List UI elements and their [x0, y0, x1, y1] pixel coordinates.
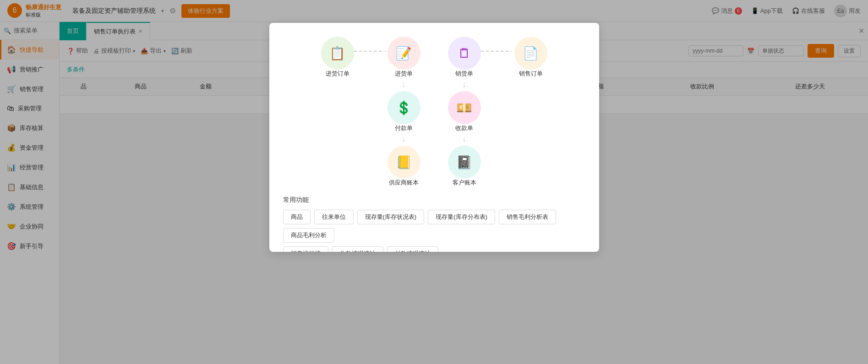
arrow-down-receipt: ↓: [462, 80, 466, 89]
customer-ledger-node[interactable]: 📓: [448, 146, 481, 179]
popup-content: 📋 进货订单 → 📝: [269, 23, 599, 252]
func-btn-stock-status[interactable]: 现存量(库存状况表): [357, 210, 425, 224]
purchase-order-icon: 📋: [329, 46, 345, 61]
sale-bill-icon: 🗒: [458, 46, 471, 61]
func-btn-stock-dist[interactable]: 现存量(库存分布表): [428, 210, 495, 224]
flow-popup: 📋 进货订单 → 📝: [269, 23, 599, 252]
payment-icon: 💲: [396, 100, 412, 115]
supplier-ledger-icon: 📒: [396, 155, 412, 170]
func-btn-product[interactable]: 商品: [283, 210, 311, 224]
supplier-ledger-node[interactable]: 📒: [388, 146, 420, 179]
func-btns-row1: 商品 往来单位 现存量(库存状况表) 现存量(库存分布表) 销售毛利分析表 商品…: [283, 210, 585, 243]
receipt-label: 收款单: [455, 124, 473, 132]
receipt-node[interactable]: 💴: [448, 91, 481, 124]
flow-col-purchase-bill: 📝 进货单 ↓ 💲 付款单 ↓ 📒: [388, 37, 420, 187]
content-area: 首页 销售订单执行表 ✕ ✕ ❓ 帮助 🖨 按模板打印: [60, 22, 868, 364]
sale-order-node[interactable]: 📄: [514, 37, 547, 70]
customer-ledger-label: 客户账本: [453, 179, 476, 187]
arrow-down-supplier: ↓: [402, 134, 406, 144]
sale-bill-label: 销货单: [455, 70, 473, 78]
purchase-bill-label: 进货单: [395, 70, 413, 78]
receipt-icon: 💴: [456, 100, 472, 115]
supplier-ledger-label: 供应商账本: [389, 179, 419, 187]
purchase-bill-icon: 📝: [396, 46, 412, 61]
dashed-line-2: [481, 51, 508, 52]
overlay[interactable]: 📋 进货订单 → 📝: [0, 22, 868, 364]
func-btn-sales-gross[interactable]: 销售毛利分析表: [499, 210, 556, 224]
arrow-1: →: [354, 37, 388, 64]
sale-bill-node[interactable]: 🗒: [448, 37, 481, 70]
main-area: 🔍 搜索菜单 🏠 快捷导航 📢 营销推广 🛒 销售管理 🛍 采购管理 📦: [0, 22, 868, 364]
arrow-down-customer: ↓: [462, 134, 466, 144]
flow-col-sale-order: 📄 销售订单: [514, 37, 547, 78]
func-btn-product-gross[interactable]: 商品毛利分析: [283, 228, 334, 243]
arrow-2: ←: [481, 37, 514, 64]
flow-col-sale-bill: 🗒 销货单 ↓ 💴 收款单 ↓ 📓: [448, 37, 481, 187]
flow-col-purchase-order: 📋 进货订单: [321, 37, 354, 78]
func-btns-row2: 销售排行榜 收款情况统计 付款情况统计: [283, 246, 585, 252]
purchase-order-label: 进货订单: [326, 70, 349, 78]
common-funcs-title: 常用功能: [283, 196, 585, 204]
arrow-right-1: →: [382, 48, 388, 54]
common-funcs-section: 常用功能 商品 往来单位 现存量(库存状况表) 现存量(库存分布表) 销售毛利分…: [283, 196, 585, 252]
func-btn-counterparty[interactable]: 往来单位: [314, 210, 354, 224]
func-btn-receipt-stats[interactable]: 收款情况统计: [332, 246, 383, 252]
purchase-bill-node[interactable]: 📝: [388, 37, 420, 70]
func-btn-sales-rank[interactable]: 销售排行榜: [283, 246, 328, 252]
sale-order-icon: 📄: [523, 46, 539, 61]
arrow-down-payment: ↓: [402, 80, 406, 89]
arrow-left-2: ←: [508, 48, 514, 54]
purchase-order-node[interactable]: 📋: [321, 37, 354, 70]
app-container: 6 畅康通好生意 标准版 装备及固定资产辅助管理系统 ▾ ⚙ 体验行业方案 💬 …: [0, 0, 868, 364]
dashed-line-1: [354, 51, 382, 52]
payment-label: 付款单: [395, 124, 413, 132]
func-btn-payment-stats[interactable]: 付款情况统计: [387, 246, 438, 252]
payment-node[interactable]: 💲: [388, 91, 420, 124]
flow-diagram: 📋 进货订单 → 📝: [283, 37, 585, 187]
sale-order-label: 销售订单: [519, 70, 543, 78]
customer-ledger-icon: 📓: [456, 155, 472, 170]
